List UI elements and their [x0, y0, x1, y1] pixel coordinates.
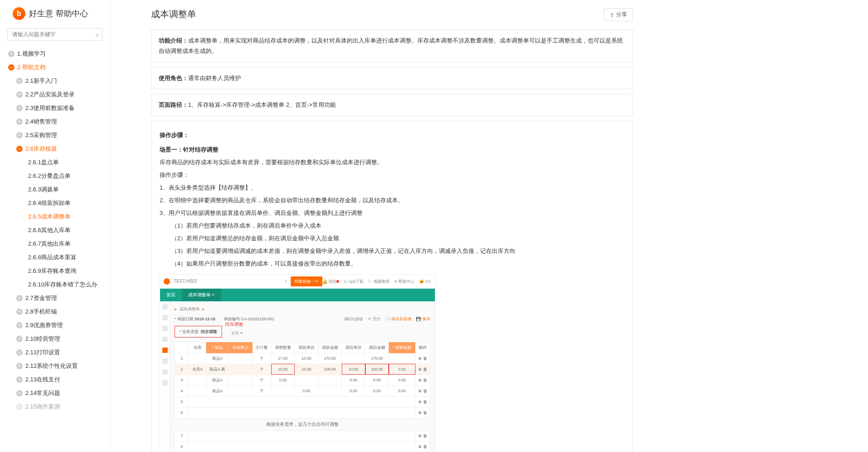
nav-2-12[interactable]: +2.12系统个性化设置	[0, 359, 110, 373]
nav-2-6-6[interactable]: 2.6.6其他入库单	[0, 224, 110, 237]
step-3: 3、用户可以根据调整依据直接在调后单价、调后金额、调整金额列上进行调整	[160, 207, 624, 219]
ops-label: 操作步骤：	[160, 169, 624, 181]
nav-2-7[interactable]: +2.7资金管理	[0, 291, 110, 305]
search-box: ⌕	[7, 28, 103, 41]
nav-2-14[interactable]: +2.14常见问题	[0, 386, 110, 400]
search-input[interactable]	[7, 28, 103, 41]
nav-2-4[interactable]: +2.4销售管理	[0, 115, 110, 128]
path-text: 1、库存核算->库存管理->成本调整单 2、首页->常用功能	[188, 101, 336, 108]
sidebar: b 好生意 帮助中心 ⌕ +1.视频学习 −2.帮助文档 +2.1新手入门 +2…	[0, 0, 110, 452]
search-icon[interactable]: ⌕	[95, 31, 99, 38]
nav-2-6-9[interactable]: 2.6.9库存账本查询	[0, 264, 110, 278]
screenshot-embed: TEST-H002 ▾ 我要新做一个 🔔 消息 ⊙ App下载 ▷ 视频教程 ⊕…	[160, 274, 435, 452]
nav-docs[interactable]: −2.帮助文档	[0, 61, 110, 74]
steps-title: 操作步骤：	[160, 129, 624, 141]
embed-new-button: 我要新做一个	[291, 276, 322, 286]
role-label: 使用角色：	[159, 75, 188, 81]
scene-title: 场景一：针对结存调整	[160, 144, 624, 156]
nav-2-6-4[interactable]: 2.6.4组装拆卸单	[0, 196, 110, 210]
role-block: 使用角色：通常由财务人员维护	[151, 67, 633, 89]
nav-2-3[interactable]: +2.3使用前数据准备	[0, 101, 110, 115]
step-2: 2、在明细中选择要调整的商品及仓库，系统会自动带出结存数量和结存金额，以及结存成…	[160, 195, 624, 206]
nav-2-6[interactable]: −2.6库存核算	[0, 142, 110, 156]
nav-2-6-7[interactable]: 2.6.7其他出库单	[0, 237, 110, 251]
nav-2-6-10[interactable]: 2.6.10库存账本错了怎么办	[0, 278, 110, 291]
nav: +1.视频学习 −2.帮助文档 +2.1新手入门 +2.2产品安装及登录 +2.…	[0, 47, 110, 414]
nav-2-6-3[interactable]: 2.6.3调拨单	[0, 183, 110, 196]
step-3-2: （2）若用户知道调整总的结存金额，则在调后金额中录入总金额	[160, 233, 624, 244]
page-title: 成本调整单	[151, 8, 196, 20]
nav-2-10[interactable]: +2.10经营管理	[0, 332, 110, 346]
share-button[interactable]: ⇪ 分享	[604, 8, 633, 21]
role-text: 通常由财务人员维护	[188, 75, 241, 81]
intro-text: 成本调整单，用来实现对商品结存成本的调整，以及针对具体的出入库单进行成本调整。库…	[159, 37, 623, 54]
nav-2-1[interactable]: +2.1新手入门	[0, 74, 110, 88]
brand-text: 好生意 帮助中心	[29, 8, 88, 19]
brand-row: b 好生意 帮助中心	[0, 0, 110, 25]
nav-2-6-8[interactable]: 2.6.8商品成本重算	[0, 251, 110, 264]
step-3-1: （1）若用户想要调整结存成本，则在调后单价中录入成本	[160, 220, 624, 232]
path-block: 页面路径：1、库存核算->库存管理->成本调整单 2、首页->常用功能	[151, 94, 633, 116]
logo-icon: b	[13, 7, 25, 20]
intro-block: 功能介绍：成本调整单，用来实现对商品结存成本的调整，以及针对具体的出入库单进行成…	[151, 29, 633, 62]
embed-table: 仓库 * 商品 自动带入 主计量 调整数量 调前单价 调前金额 调后单价 调后金…	[175, 342, 430, 452]
step-3-3: （3）若用户知道要调增或调减的成本差值，则在调整金额中录入差值，调增录入正值，记…	[160, 245, 624, 257]
nav-2-9[interactable]: +2.9优惠券管理	[0, 319, 110, 332]
nav-2-8[interactable]: +2.8手机旺铺	[0, 305, 110, 319]
step-1: 1、表头业务类型选择【结存调整】。	[160, 182, 624, 194]
nav-2-6-1[interactable]: 2.6.1盘点单	[0, 156, 110, 169]
nav-2-15[interactable]: +2.15操作案例	[0, 400, 110, 414]
step-3-4: （4）如果用户只调整部分数量的成本，可以直接修改带出的结存数量。	[160, 258, 624, 270]
nav-2-13[interactable]: +2.13在线支付	[0, 373, 110, 386]
share-icon: ⇪	[610, 12, 614, 18]
main: 成本调整单 ⇪ 分享 功能介绍：成本调整单，用来实现对商品结存成本的调整，以及针…	[110, 0, 644, 452]
nav-2-11[interactable]: +2.11打印设置	[0, 346, 110, 359]
scene-desc: 库存商品的结存成本与实际成本有差异，需要根据结存数量和实际单位成本进行调整。	[160, 157, 624, 168]
intro-label: 功能介绍：	[159, 37, 188, 44]
nav-2-2[interactable]: +2.2产品安装及登录	[0, 88, 110, 101]
nav-2-5[interactable]: +2.5采购管理	[0, 128, 110, 142]
embed-logo-icon	[164, 278, 170, 285]
path-label: 页面路径：	[159, 101, 188, 108]
embed-rail	[160, 301, 170, 452]
nav-video[interactable]: +1.视频学习	[0, 47, 110, 61]
nav-2-6-5[interactable]: 2.6.5成本调整单	[0, 210, 110, 224]
nav-2-6-2[interactable]: 2.6.2分量盘点单	[0, 169, 110, 183]
content-block: 操作步骤： 场景一：针对结存调整 库存商品的结存成本与实际成本有差异，需要根据结…	[151, 121, 633, 452]
